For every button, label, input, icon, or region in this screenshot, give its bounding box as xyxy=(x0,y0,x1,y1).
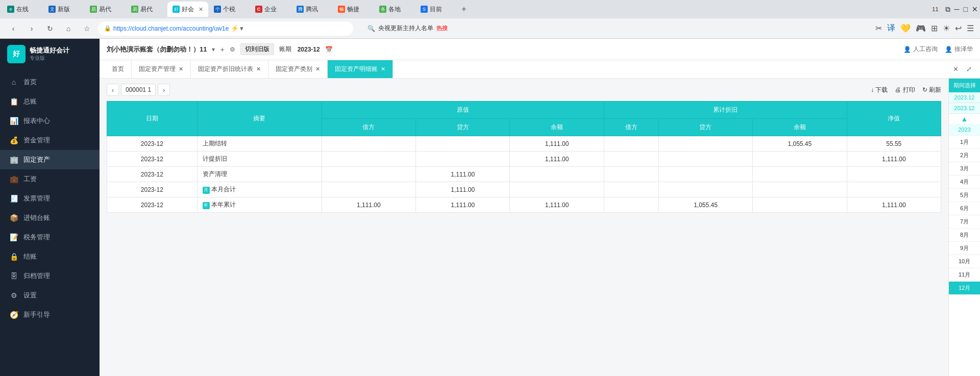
forward-button[interactable]: › xyxy=(24,21,39,36)
period-scroll-up[interactable]: ▲ xyxy=(949,114,980,124)
sidebar-item-purchase-sales[interactable]: 📦 进销台账 xyxy=(0,208,100,228)
browser-tab-tencent[interactable]: 腾 腾讯 xyxy=(291,2,332,17)
tab-close-fixed-assets-mgmt[interactable]: ✕ xyxy=(179,66,183,72)
add-company-button[interactable]: + xyxy=(220,45,224,54)
period-item-aug[interactable]: 8月 xyxy=(949,229,980,242)
period-item-year[interactable]: 2023 xyxy=(949,124,980,136)
reload-button[interactable]: ↻ xyxy=(43,21,57,36)
bookmark-button[interactable]: ☆ xyxy=(80,21,94,36)
th-acc-balance: 余额 xyxy=(753,119,847,136)
new-tab-button[interactable]: + xyxy=(457,2,471,16)
switch-version-button[interactable]: 切到旧版 xyxy=(240,43,274,55)
sidebar-item-tax[interactable]: 📝 税务管理 xyxy=(0,228,100,247)
tax-icon: 📝 xyxy=(9,233,18,242)
refresh-button[interactable]: ↻ 刷新 xyxy=(922,86,941,94)
tab-fixed-assets-category[interactable]: 固定资产类别 ✕ xyxy=(268,60,328,79)
cell-acc-debit xyxy=(604,167,658,182)
sidebar-item-fixed-assets[interactable]: 🏢 固定资产 xyxy=(0,150,100,169)
brightness-icon[interactable]: ☀ xyxy=(943,23,950,33)
sidebar-item-payroll[interactable]: 💼 工资 xyxy=(0,169,100,189)
tab-fixed-assets-ledger[interactable]: 固定资产明细账 ✕ xyxy=(328,60,393,79)
menu-icon[interactable]: ☰ xyxy=(967,23,974,33)
sidebar-item-guide[interactable]: 🧭 新手引导 xyxy=(0,305,100,324)
support-button[interactable]: 👤 人工咨询 xyxy=(903,45,938,54)
back-button[interactable]: ‹ xyxy=(6,21,20,36)
browser-tab-qiye[interactable]: C 企业 xyxy=(250,2,291,17)
browser-tab-gedi[interactable]: 各 各地 xyxy=(374,2,415,17)
tab-fixed-assets-mgmt[interactable]: 固定资产管理 ✕ xyxy=(132,60,191,79)
calendar-icon[interactable]: 📅 xyxy=(325,46,333,53)
period-item-oct[interactable]: 10月 xyxy=(949,255,980,268)
address-input-box[interactable]: 🔒 https://cloud.chanjet.com/accounting/u… xyxy=(98,21,353,36)
scissors-icon[interactable]: ✂ xyxy=(875,23,882,33)
sidebar-item-closing[interactable]: 🔒 结账 xyxy=(0,247,100,266)
period-item-jun[interactable]: 6月 xyxy=(949,202,980,215)
company-name: 刘小艳演示账套（勿删勿动！）11 xyxy=(107,45,207,54)
period-item-jul[interactable]: 7月 xyxy=(949,215,980,229)
period-item-sep[interactable]: 9月 xyxy=(949,242,980,255)
translate-icon[interactable]: 译 xyxy=(887,23,895,34)
tab-fixed-assets-depreciation[interactable]: 固定资产折旧统计表 ✕ xyxy=(191,60,268,79)
tab-close-depreciation[interactable]: ✕ xyxy=(256,66,261,72)
period-item-may[interactable]: 5月 xyxy=(949,189,980,202)
next-page-button[interactable]: › xyxy=(158,84,170,96)
cell-orig-balance xyxy=(510,182,604,197)
print-button[interactable]: 🖨 打印 xyxy=(895,86,915,94)
browser-tab-yidai2[interactable]: 易 易代 xyxy=(126,2,167,17)
undo-icon[interactable]: ↩ xyxy=(955,23,962,33)
tab-home[interactable]: 首页 xyxy=(105,60,132,79)
period-item-nov[interactable]: 11月 xyxy=(949,268,980,282)
minimize-icon[interactable]: ─ xyxy=(954,5,960,13)
browser-tab-muqian[interactable]: S 目前 xyxy=(415,2,456,17)
company-settings-icon[interactable]: ⚙ xyxy=(230,46,235,53)
browser-tab-new[interactable]: 文 新版 xyxy=(43,2,84,17)
tab-nav-expand-icon[interactable]: ⤢ xyxy=(963,63,975,76)
sidebar-item-label-payroll: 工资 xyxy=(23,174,37,184)
sidebar-item-funds[interactable]: 💰 资金管理 xyxy=(0,131,100,150)
pagination-row: ‹ 000001 1 › ↓ 下载 🖨 打印 ↻ 刷新 xyxy=(107,84,941,96)
tab-close-ledger[interactable]: ✕ xyxy=(381,66,385,72)
game-icon[interactable]: 🎮 xyxy=(916,23,926,33)
tab-nav-close-icon[interactable]: ✕ xyxy=(949,63,962,76)
tab-list-icon[interactable]: ⧉ xyxy=(945,5,950,14)
sidebar-item-reports[interactable]: 📊 报表中心 xyxy=(0,111,100,131)
sidebar-item-home[interactable]: ⌂ 首页 xyxy=(0,72,100,92)
main-content: 刘小艳演示账套（勿删勿动！）11 ▾ + ⚙ 切到旧版 账期 2023-12 📅… xyxy=(100,39,980,376)
wallet-icon[interactable]: 💛 xyxy=(900,23,911,33)
period-item-dec[interactable]: 12月 xyxy=(949,282,980,295)
sidebar-item-general-ledger[interactable]: 📋 总账 xyxy=(0,92,100,111)
download-button[interactable]: ↓ 下载 xyxy=(871,86,888,94)
user-label: 徐泽华 xyxy=(954,45,973,54)
sidebar-item-invoice[interactable]: 🧾 发票管理 xyxy=(0,189,100,208)
sidebar-item-label-reports: 报表中心 xyxy=(23,116,50,126)
search-area: 🔍 央视更新主持人名单 热搜 xyxy=(368,24,448,33)
period-item-mar[interactable]: 3月 xyxy=(949,162,980,176)
tab-close-icon[interactable]: ✕ xyxy=(199,6,203,13)
period-item-apr[interactable]: 4月 xyxy=(949,176,980,189)
sidebar-item-label-tax: 税务管理 xyxy=(23,233,50,242)
prev-page-button[interactable]: ‹ xyxy=(107,84,119,96)
browser-tab-yidai1[interactable]: 易 易代 xyxy=(85,2,126,17)
user-button[interactable]: 👤 徐泽华 xyxy=(945,45,973,54)
grid-icon[interactable]: ⊞ xyxy=(931,23,938,33)
close-window-icon[interactable]: ✕ xyxy=(972,5,978,13)
browser-tab-geshui[interactable]: 个 个税 xyxy=(209,2,250,17)
cell-summary: 计提折旧 xyxy=(197,152,322,167)
tab-fixed-assets-depreciation-label: 固定资产折旧统计表 xyxy=(198,65,253,73)
cell-acc-debit xyxy=(604,136,658,152)
maximize-icon[interactable]: □ xyxy=(964,5,968,13)
home-button[interactable]: ⌂ xyxy=(61,21,76,36)
address-dropdown-icon[interactable]: ▾ xyxy=(240,24,243,32)
cell-summary: 月 本月合计 xyxy=(197,182,322,197)
hot-search-label: 热搜 xyxy=(436,24,448,32)
browser-tab-changjie[interactable]: 畅 畅捷 xyxy=(333,2,374,17)
cell-orig-debit: 1,111.00 xyxy=(322,197,415,213)
sidebar-item-archive[interactable]: 🗄 归档管理 xyxy=(0,266,100,286)
company-dropdown-icon[interactable]: ▾ xyxy=(212,46,215,53)
browser-tab-online[interactable]: e 在线 xyxy=(2,2,43,17)
sidebar-item-settings[interactable]: ⚙ 设置 xyxy=(0,286,100,305)
browser-tab-haokuai[interactable]: 好 好会 ✕ xyxy=(167,2,208,17)
tab-close-category[interactable]: ✕ xyxy=(315,66,320,72)
period-item-jan[interactable]: 1月 xyxy=(949,136,980,149)
period-item-feb[interactable]: 2月 xyxy=(949,149,980,162)
